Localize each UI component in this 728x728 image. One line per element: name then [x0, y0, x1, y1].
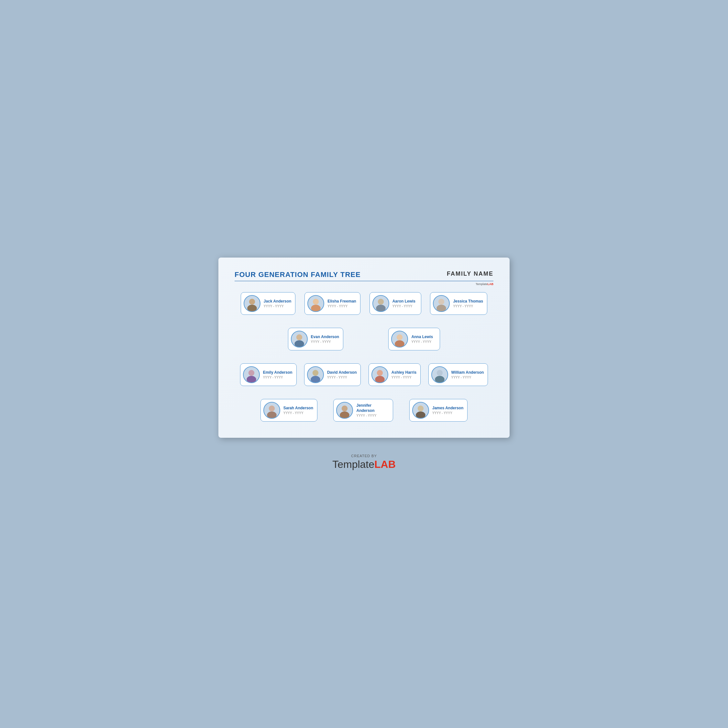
person-ashley-harris: Ashley Harris YYYY - YYYY [369, 363, 421, 386]
person-emily-anderson: Emily Anderson YYYY - YYYY [240, 363, 297, 386]
brand-template: Template [332, 459, 374, 470]
avatar-david [307, 366, 324, 383]
spacer-gen3-gen4 [235, 386, 493, 399]
person-aaron-lewis: Aaron Lewis YYYY - YYYY [370, 292, 421, 315]
person-evan-anderson: Evan Anderson YYYY - YYYY [288, 328, 344, 350]
document: FOUR GENERATION FAMILY TREE FAMILY NAME … [219, 257, 509, 438]
svg-point-2 [313, 299, 319, 304]
svg-point-14 [312, 370, 318, 376]
person-dates-elisha: YYYY - YYYY [327, 304, 356, 308]
family-tree: Jack Anderson YYYY - YYYY Elisha Freeman… [235, 292, 493, 422]
svg-point-11 [395, 340, 405, 347]
svg-point-13 [246, 376, 256, 383]
svg-point-0 [249, 299, 255, 304]
svg-point-24 [418, 405, 424, 411]
person-dates-evan: YYYY - YYYY [311, 340, 340, 344]
brand-lab: LAB [374, 459, 396, 470]
avatar-jessica [433, 295, 450, 312]
person-dates-anna: YYYY - YYYY [411, 340, 433, 344]
avatar-sarah [263, 402, 280, 419]
generation-3: Emily Anderson YYYY - YYYY David Anderso… [235, 363, 493, 386]
person-info-jessica: Jessica Thomas YYYY - YYYY [453, 299, 483, 308]
svg-point-7 [437, 305, 447, 312]
person-name-emily: Emily Anderson [263, 370, 292, 375]
person-name-ashley: Ashley Harris [392, 370, 416, 375]
person-dates-sarah: YYYY - YYYY [283, 411, 313, 415]
svg-point-6 [438, 299, 444, 304]
person-info-james: James Anderson YYYY - YYYY [432, 406, 463, 415]
person-dates-emily: YYYY - YYYY [263, 376, 292, 379]
person-name-elisha: Elisha Freeman [327, 299, 356, 304]
svg-point-25 [416, 411, 425, 419]
person-name-jennifer: Jennifer Anderson [356, 403, 389, 413]
person-info-sarah: Sarah Anderson YYYY - YYYY [283, 406, 313, 415]
svg-point-22 [342, 405, 347, 411]
generation-4: Sarah Anderson YYYY - YYYY Jennifer Ande… [235, 399, 493, 422]
person-anna-lewis: Anna Lewis YYYY - YYYY [388, 328, 440, 350]
created-by-label: CREATED BY [332, 454, 396, 458]
spacer-gen2-gen3 [235, 350, 493, 363]
person-info-evan: Evan Anderson YYYY - YYYY [311, 335, 340, 344]
person-dates-aaron: YYYY - YYYY [393, 304, 416, 308]
person-name-aaron: Aaron Lewis [393, 299, 416, 304]
svg-point-21 [267, 411, 277, 419]
person-jennifer-anderson: Jennifer Anderson YYYY - YYYY [333, 399, 393, 422]
svg-point-19 [435, 376, 445, 383]
person-dates-jack: YYYY - YYYY [264, 304, 292, 308]
avatar-evan [291, 331, 308, 347]
spacer-gen1-gen2 [235, 315, 493, 328]
avatar-jack [244, 295, 260, 312]
generation-2: Evan Anderson YYYY - YYYY Anna Lewis YYY… [235, 328, 493, 350]
header-divider [235, 281, 493, 281]
svg-point-4 [378, 299, 384, 304]
avatar-anna [391, 331, 408, 347]
templatelab-watermark: TemplateLAB [235, 283, 493, 286]
svg-point-5 [376, 305, 386, 312]
person-info-ashley: Ashley Harris YYYY - YYYY [392, 370, 416, 379]
svg-point-23 [340, 411, 350, 419]
person-info-elisha: Elisha Freeman YYYY - YYYY [327, 299, 356, 308]
avatar-aaron [372, 295, 389, 312]
person-info-emily: Emily Anderson YYYY - YYYY [263, 370, 292, 379]
document-title: FOUR GENERATION FAMILY TREE [235, 271, 361, 279]
person-info-jack: Jack Anderson YYYY - YYYY [264, 299, 292, 308]
person-name-anna: Anna Lewis [411, 335, 433, 340]
person-dates-james: YYYY - YYYY [432, 411, 463, 415]
svg-point-3 [311, 305, 321, 312]
person-david-anderson: David Anderson YYYY - YYYY [304, 363, 361, 386]
person-dates-ashley: YYYY - YYYY [392, 376, 416, 379]
generation-1: Jack Anderson YYYY - YYYY Elisha Freeman… [235, 292, 493, 315]
person-james-anderson: James Anderson YYYY - YYYY [409, 399, 468, 422]
person-info-jennifer: Jennifer Anderson YYYY - YYYY [356, 403, 389, 418]
person-name-jack: Jack Anderson [264, 299, 292, 304]
svg-point-10 [397, 334, 402, 340]
family-name-label: FAMILY NAME [447, 271, 493, 277]
svg-point-16 [377, 370, 383, 376]
svg-point-12 [248, 370, 254, 376]
avatar-elisha [307, 295, 324, 312]
person-info-william: William Anderson YYYY - YYYY [451, 370, 484, 379]
templatelab-accent: LAB [488, 283, 494, 286]
person-info-david: David Anderson YYYY - YYYY [327, 370, 357, 379]
person-name-sarah: Sarah Anderson [283, 406, 313, 411]
svg-point-1 [247, 305, 257, 312]
person-dates-william: YYYY - YYYY [451, 376, 484, 379]
person-name-evan: Evan Anderson [311, 335, 340, 340]
svg-point-8 [296, 334, 302, 340]
svg-point-18 [436, 370, 442, 376]
person-dates-david: YYYY - YYYY [327, 376, 357, 379]
svg-point-9 [294, 340, 304, 347]
person-name-james: James Anderson [432, 406, 463, 411]
bottom-branding: CREATED BY TemplateLAB [332, 454, 396, 471]
avatar-jennifer [336, 402, 353, 419]
svg-point-20 [269, 405, 275, 411]
brand-name: TemplateLAB [332, 459, 396, 471]
person-name-jessica: Jessica Thomas [453, 299, 483, 304]
avatar-james [412, 402, 429, 419]
svg-point-17 [375, 376, 385, 383]
person-jessica-thomas: Jessica Thomas YYYY - YYYY [430, 292, 487, 315]
person-info-anna: Anna Lewis YYYY - YYYY [411, 335, 433, 344]
person-william-anderson: William Anderson YYYY - YYYY [428, 363, 488, 386]
person-name-william: William Anderson [451, 370, 484, 375]
person-info-aaron: Aaron Lewis YYYY - YYYY [393, 299, 416, 308]
